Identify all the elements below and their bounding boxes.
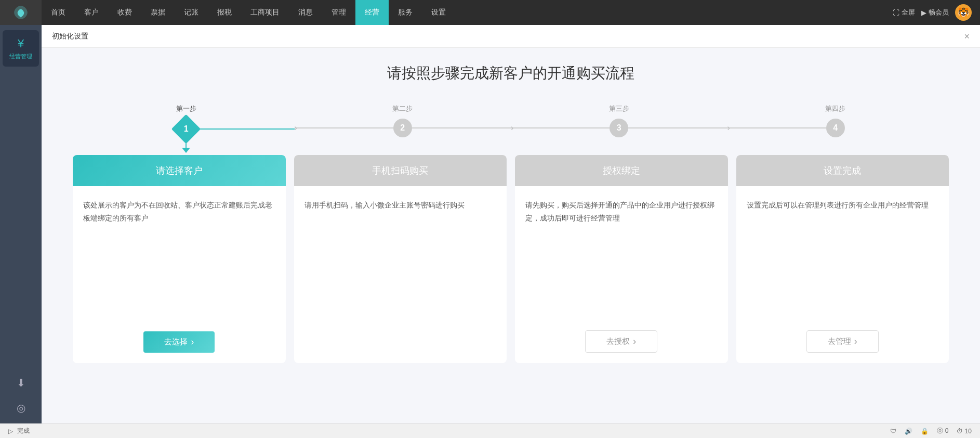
- step3-card-title: 授权绑定: [603, 165, 640, 176]
- nav-business[interactable]: 工商项目: [241, 0, 289, 25]
- nav-right: ⛶ 全屏 ▶ 畅会员 🐯: [893, 4, 980, 21]
- operation-icon: ¥: [18, 37, 24, 50]
- volume-icon: 🔊: [905, 428, 912, 435]
- member-btn[interactable]: ▶ 畅会员: [921, 8, 949, 17]
- nav-home[interactable]: 首页: [42, 0, 75, 25]
- top-nav: 首页 客户 收费 票据 记账 报税 工商项目 消息 管理 经营 服务 设置 ⛶ …: [0, 0, 980, 25]
- nav-customer[interactable]: 客户: [75, 0, 108, 25]
- step1-card-body: 该处展示的客户为不在回收站、客户状态正常建账后完成老板端绑定的所有客户: [73, 186, 286, 323]
- nav-service[interactable]: 服务: [389, 0, 422, 25]
- step4-card-footer: 去管理 ›: [736, 322, 949, 363]
- main-content: 初始化设置 × 请按照步骤完成新客户的开通购买流程 第一步 1: [42, 25, 980, 423]
- page-content: 请按照步骤完成新客户的开通购买流程 第一步 1: [42, 48, 980, 379]
- step4-card-header: 设置完成: [736, 155, 949, 186]
- status-bar-right: 🛡 🔊 🔒 ⓪ 0 ⏱ 10: [890, 427, 972, 435]
- step3-action-btn[interactable]: 去授权 ›: [585, 330, 657, 353]
- step1-card: 请选择客户 该处展示的客户为不在回收站、客户状态正常建账后完成老板端绑定的所有客…: [73, 155, 286, 363]
- step1-action-btn[interactable]: 去选择 ›: [143, 331, 215, 353]
- nav-ticket[interactable]: 票据: [141, 0, 175, 25]
- step2-card-text: 请用手机扫码，输入小微企业主账号密码进行购买: [304, 201, 465, 209]
- step3-card-body: 请先购买，购买后选择开通的产品中的企业用户进行授权绑定，成功后即可进行经营管理: [515, 186, 728, 322]
- play-icon: ▶: [921, 9, 926, 17]
- step3-number: 3: [610, 119, 628, 137]
- sidebar-bottom: ⬇ ◎: [10, 372, 31, 418]
- step1-card-text: 该处展示的客户为不在回收站、客户状态正常建账后完成老板端绑定的所有客户: [83, 201, 272, 222]
- step2-card-header: 手机扫码购买: [294, 155, 507, 186]
- step3-card-text: 请先购买，购买后选择开通的产品中的企业用户进行授权绑定，成功后即可进行经营管理: [525, 201, 714, 222]
- step3-label: 第三步: [609, 104, 629, 113]
- step3-card: 授权绑定 请先购买，购买后选择开通的产品中的企业用户进行授权绑定，成功后即可进行…: [515, 155, 728, 363]
- step4-action-btn[interactable]: 去管理 ›: [806, 330, 879, 353]
- step1-label: 第一步: [176, 104, 196, 113]
- fullscreen-btn[interactable]: ⛶ 全屏: [893, 8, 915, 17]
- step1-card-header: 请选择客户: [73, 155, 286, 186]
- avatar[interactable]: 🐯: [955, 4, 972, 21]
- nav-accounting[interactable]: 记账: [175, 0, 208, 25]
- main-title: 请按照步骤完成新客户的开通购买流程: [73, 63, 949, 83]
- app-logo: [0, 0, 42, 25]
- fullscreen-label: 全屏: [902, 8, 915, 17]
- download-btn[interactable]: ⬇: [10, 372, 31, 393]
- step3-card-header: 授权绑定: [515, 155, 728, 186]
- page-header: 初始化设置 ×: [42, 25, 980, 48]
- nav-settings[interactable]: 设置: [422, 0, 455, 25]
- sidebar-item-operation[interactable]: ¥ 经营管理: [3, 30, 39, 67]
- step2-card-footer: [294, 344, 507, 363]
- step2-card-body: 请用手机扫码，输入小微企业主账号密码进行购买: [294, 186, 507, 344]
- nav-operation[interactable]: 经营: [355, 0, 389, 25]
- fullscreen-icon: ⛶: [893, 9, 899, 17]
- nav-manage[interactable]: 管理: [322, 0, 355, 25]
- step3-card-footer: 去授权 ›: [515, 322, 728, 363]
- status-label: 完成: [17, 427, 30, 435]
- nav-items: 首页 客户 收费 票据 记账 报税 工商项目 消息 管理 经营 服务 设置: [42, 0, 893, 25]
- play-icon: ▷: [8, 428, 13, 435]
- step1-card-title: 请选择客户: [156, 165, 203, 176]
- step1-number: 1: [184, 124, 189, 134]
- time-indicator: ⏱ 10: [957, 428, 972, 435]
- step1-card-footer: 去选择 ›: [73, 323, 286, 363]
- step4-label: 第四步: [825, 104, 845, 113]
- cards-row: 请选择客户 该处展示的客户为不在回收站、客户状态正常建账后完成老板端绑定的所有客…: [73, 155, 949, 363]
- step4-card-body: 设置完成后可以在管理列表进行所有企业用户的经营管理: [736, 186, 949, 322]
- member-label: 畅会员: [929, 8, 949, 17]
- page-title: 初始化设置: [52, 32, 88, 41]
- support-btn[interactable]: ◎: [10, 397, 31, 418]
- nav-fee[interactable]: 收费: [108, 0, 141, 25]
- step1-btn-label: 去选择: [164, 337, 188, 347]
- status-bar-left: ▷ 完成: [8, 427, 30, 435]
- step4-btn-arrow: ›: [854, 336, 857, 347]
- step2-card: 手机扫码购买 请用手机扫码，输入小微企业主账号密码进行购买: [294, 155, 507, 363]
- step4-btn-label: 去管理: [828, 337, 851, 346]
- notification-count: ⓪ 0: [937, 427, 948, 435]
- step4-card-title: 设置完成: [824, 165, 861, 176]
- step2-card-title: 手机扫码购买: [372, 165, 428, 176]
- sidebar-item-label: 经营管理: [9, 53, 32, 60]
- step4-card: 设置完成 设置完成后可以在管理列表进行所有企业用户的经营管理 去管理 ›: [736, 155, 949, 363]
- step2-number: 2: [393, 119, 412, 137]
- step4-number: 4: [826, 119, 845, 137]
- shield-icon: 🛡: [890, 428, 896, 435]
- step2-label: 第二步: [392, 104, 413, 113]
- step3-btn-label: 去授权: [606, 337, 630, 346]
- step4-card-text: 设置完成后可以在管理列表进行所有企业用户的经营管理: [747, 201, 929, 209]
- lock-icon: 🔒: [921, 428, 929, 435]
- nav-message[interactable]: 消息: [289, 0, 322, 25]
- status-bar: ▷ 完成 🛡 🔊 🔒 ⓪ 0 ⏱ 10: [0, 423, 980, 438]
- close-button[interactable]: ×: [964, 32, 970, 41]
- sidebar: ¥ 经营管理 ⬇ ◎: [0, 25, 42, 423]
- nav-tax[interactable]: 报税: [208, 0, 241, 25]
- step3-btn-arrow: ›: [633, 336, 636, 347]
- step1-btn-arrow: ›: [191, 337, 194, 347]
